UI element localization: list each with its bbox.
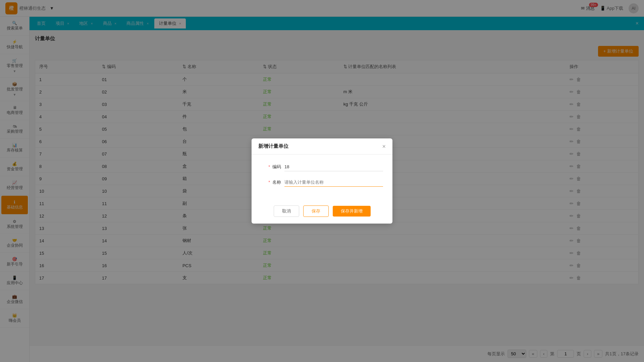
modal-title: 新增计量单位: [258, 143, 288, 149]
cancel-button[interactable]: 取消: [274, 205, 299, 217]
name-label-text: 名称: [272, 180, 281, 185]
modal-footer: 取消 保存 保存并新增: [252, 201, 392, 224]
name-required-mark: *: [268, 180, 270, 185]
code-required-mark: *: [268, 164, 270, 169]
code-label-text: 编码: [272, 164, 281, 169]
name-label: * 名称: [261, 179, 281, 185]
modal-close-button[interactable]: ×: [382, 143, 386, 149]
add-unit-modal: 新增计量单位 × * 编码 * 名称 取消 保存 保存并新增: [252, 138, 392, 224]
name-input[interactable]: [284, 178, 383, 187]
code-label: * 编码: [261, 164, 281, 170]
modal-overlay[interactable]: 新增计量单位 × * 编码 * 名称 取消 保存 保存并新增: [0, 0, 644, 362]
code-form-row: * 编码: [261, 163, 383, 171]
save-button[interactable]: 保存: [303, 205, 329, 217]
modal-header: 新增计量单位 ×: [252, 138, 392, 155]
save-and-new-button[interactable]: 保存并新增: [333, 206, 371, 217]
code-input[interactable]: [284, 163, 383, 171]
name-form-row: * 名称: [261, 178, 383, 187]
modal-body: * 编码 * 名称: [252, 155, 392, 201]
